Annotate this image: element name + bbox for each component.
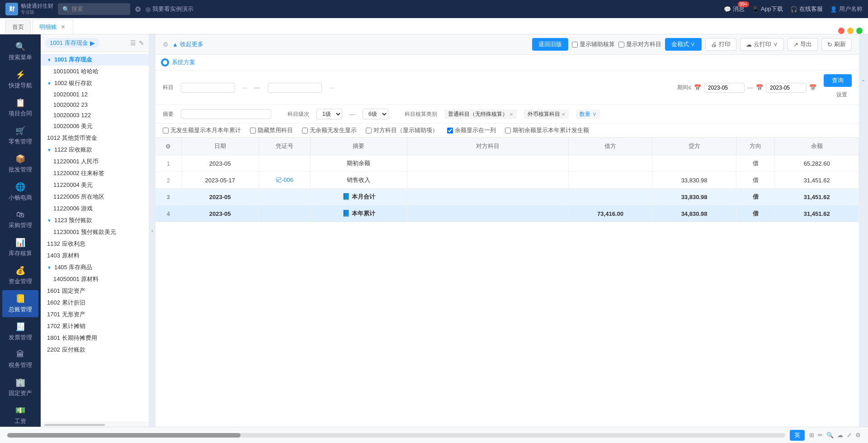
subject-input-end[interactable] bbox=[268, 83, 322, 93]
checkbox-begin-balance[interactable]: 期初余额显示本年累计发生额 bbox=[505, 126, 589, 134]
tag-close-1[interactable]: × bbox=[509, 111, 513, 118]
tab-home[interactable]: 首页 bbox=[5, 20, 31, 34]
tree-edit-icon[interactable]: ✎ bbox=[139, 39, 144, 47]
subject-input[interactable] bbox=[181, 83, 235, 93]
edit-icon[interactable]: ✏ bbox=[818, 432, 823, 438]
tree-node-1122[interactable]: ▼ 1122 应收账款 bbox=[41, 144, 149, 156]
voucher-link[interactable]: 记-006 bbox=[276, 176, 293, 183]
tree-node-10010001[interactable]: 10010001 哈哈哈 bbox=[41, 66, 149, 77]
tree-node-10020002[interactable]: 10020002 23 bbox=[41, 100, 149, 110]
tree-toggle-1001[interactable]: ▼ bbox=[47, 57, 52, 62]
checkbox-counterpart[interactable]: 对方科目（显示辅助项） bbox=[366, 126, 438, 134]
tree-node-10020003[interactable]: 10020003 122 bbox=[41, 110, 149, 120]
window-min-btn[interactable] bbox=[847, 28, 854, 34]
tree-node-1403[interactable]: 1403 原材料 bbox=[41, 250, 149, 262]
amount-format-btn[interactable]: 金额式 ∨ bbox=[665, 38, 702, 51]
refresh-btn[interactable]: ↻ 刷新 bbox=[821, 38, 852, 51]
setting-link-btn[interactable]: 设置 bbox=[832, 89, 852, 101]
horizontal-scrollbar[interactable] bbox=[7, 433, 785, 438]
user-menu[interactable]: 👤 用户名称 bbox=[830, 5, 863, 13]
settings-bottom-btn[interactable]: ⚙ bbox=[855, 432, 861, 438]
tree-node-1123[interactable]: ▼ 1123 预付账款 bbox=[41, 214, 149, 226]
tree-node-10020001[interactable]: 10020001 12 bbox=[41, 89, 149, 100]
query-btn[interactable]: 查询 bbox=[824, 74, 852, 87]
checkbox-no-balance2[interactable]: 无余额无发生显示 bbox=[302, 126, 357, 134]
checkbox-no-balance[interactable]: 无发生额显示本月本年累计 bbox=[163, 126, 241, 134]
tree-list-icon[interactable]: ☰ bbox=[130, 39, 136, 47]
tree-scrollbar[interactable] bbox=[41, 422, 149, 427]
collapse-filter-btn[interactable]: ▲ 收起更多 bbox=[172, 40, 203, 48]
tree-node-1002[interactable]: ▼ 1002 银行存款 bbox=[41, 77, 149, 89]
col-settings[interactable]: ⚙ bbox=[156, 138, 181, 155]
tree-node-1801[interactable]: 1801 长期待摊费用 bbox=[41, 332, 149, 344]
sidebar-item-search[interactable]: 🔍 搜索菜单 bbox=[2, 38, 38, 65]
top-search[interactable]: 🔍 搜索 bbox=[58, 3, 130, 15]
period-start-input[interactable] bbox=[704, 83, 745, 93]
summary-input[interactable] bbox=[181, 109, 271, 119]
tree-node-11220002[interactable]: 11220002 往来标签 bbox=[41, 167, 149, 179]
tree-node-2202[interactable]: 2202 应付账款 bbox=[41, 344, 149, 356]
tree-toggle-1122[interactable]: ▼ bbox=[47, 148, 52, 152]
left-collapse-handle[interactable]: ‹ bbox=[149, 34, 156, 427]
tree-node-14050001[interactable]: 14050001 原材料 bbox=[41, 273, 149, 285]
tree-toggle-1123[interactable]: ▼ bbox=[47, 218, 52, 223]
system-scheme-btn[interactable]: 系统方案 bbox=[161, 58, 195, 67]
show-aux-checkbox[interactable] bbox=[572, 42, 578, 48]
tree-node-11220001[interactable]: 11220001 人民币 bbox=[41, 156, 149, 167]
window-close-btn[interactable] bbox=[838, 28, 844, 34]
category-tag-3[interactable]: 数量 ∨ bbox=[576, 110, 600, 119]
tree-node-11220004[interactable]: 11220004 美元 bbox=[41, 179, 149, 191]
sidebar-item-quicknav[interactable]: ⚡ 快捷导航 bbox=[2, 66, 38, 93]
demo-link[interactable]: ◎ 我要看实例演示 bbox=[146, 5, 193, 13]
tab-close-ledger[interactable]: ✕ bbox=[60, 23, 66, 31]
show-subject-checkbox[interactable] bbox=[618, 42, 624, 48]
export-btn[interactable]: ↗ 导出 bbox=[788, 38, 818, 51]
tree-node-11230001[interactable]: 11230001 预付账款美元 bbox=[41, 226, 149, 238]
tree-node-11220005[interactable]: 11220005 所在地区 bbox=[41, 191, 149, 203]
period-end-input[interactable] bbox=[766, 83, 807, 93]
counterpart-checkbox[interactable] bbox=[366, 128, 372, 133]
begin-balance-checkbox[interactable] bbox=[505, 128, 511, 133]
tree-node-1012[interactable]: 1012 其他货币资金 bbox=[41, 132, 149, 144]
app-download-btn[interactable]: 📱 App下载 bbox=[752, 5, 783, 13]
sidebar-item-accounting[interactable]: 📒 总账管理 bbox=[2, 290, 38, 317]
sidebar-item-retail[interactable]: 🛒 零售管理 bbox=[2, 122, 38, 149]
tree-node-10020006[interactable]: 10020006 美元 bbox=[41, 120, 149, 132]
tree-node-1701[interactable]: 1701 无形资产 bbox=[41, 309, 149, 320]
return-old-version-btn[interactable]: 退回旧版 bbox=[532, 38, 568, 51]
level-end-select[interactable]: 6级 bbox=[363, 109, 388, 119]
sidebar-item-tax[interactable]: 🏛 税务管理 bbox=[2, 346, 38, 373]
online-service-btn[interactable]: 🎧 在线客服 bbox=[790, 5, 823, 13]
level-start-select[interactable]: 1级 bbox=[316, 109, 342, 119]
sidebar-item-purchase[interactable]: 🛍 采购管理 bbox=[2, 206, 38, 233]
tree-node-1602[interactable]: 1602 累计折旧 bbox=[41, 297, 149, 309]
sidebar-item-invoice[interactable]: 🧾 发票管理 bbox=[2, 318, 38, 345]
language-btn[interactable]: 英 bbox=[790, 430, 805, 441]
no-balance2-checkbox[interactable] bbox=[302, 128, 308, 133]
checkbox-hide-disabled[interactable]: 隐藏禁用科目 bbox=[250, 126, 293, 134]
show-one-col-checkbox[interactable] bbox=[447, 128, 453, 133]
tree-selected-tag[interactable]: 1001 库存现金 ▶ bbox=[45, 38, 99, 48]
no-balance-checkbox[interactable] bbox=[163, 128, 169, 133]
right-collapse-icon[interactable]: › bbox=[860, 80, 867, 81]
sidebar-item-capital[interactable]: 💰 资金管理 bbox=[2, 262, 38, 289]
filter-settings-icon[interactable]: ⚙ bbox=[163, 41, 169, 48]
expand-icon[interactable]: ⤢ bbox=[847, 432, 852, 438]
settings-icon[interactable]: ⚙ bbox=[135, 5, 141, 14]
window-max-btn[interactable] bbox=[856, 28, 863, 34]
tag-close-2[interactable]: × bbox=[562, 111, 566, 118]
tree-node-11220006[interactable]: 11220006 游戏 bbox=[41, 203, 149, 214]
hide-disabled-checkbox[interactable] bbox=[250, 128, 256, 133]
cloud-bottom-icon[interactable]: ☁ bbox=[837, 432, 843, 438]
tree-node-1601[interactable]: 1601 固定资产 bbox=[41, 285, 149, 297]
zoom-icon[interactable]: 🔍 bbox=[826, 432, 834, 438]
sidebar-item-assets[interactable]: 🏢 固定资产 bbox=[2, 374, 38, 401]
checkbox-show-one-col[interactable]: 余额显示在一列 bbox=[447, 126, 496, 134]
tree-node-1001[interactable]: ▼ 1001 库存现金 bbox=[41, 54, 149, 66]
tree-node-1702[interactable]: 1702 累计摊销 bbox=[41, 320, 149, 332]
tree-toggle-1405[interactable]: ▼ bbox=[47, 265, 52, 270]
right-collapse-panel[interactable]: › bbox=[859, 34, 868, 427]
tree-toggle-1002[interactable]: ▼ bbox=[47, 81, 52, 86]
tree-node-1132[interactable]: 1132 应收利息 bbox=[41, 238, 149, 250]
grid-icon[interactable]: ⊞ bbox=[809, 432, 814, 438]
